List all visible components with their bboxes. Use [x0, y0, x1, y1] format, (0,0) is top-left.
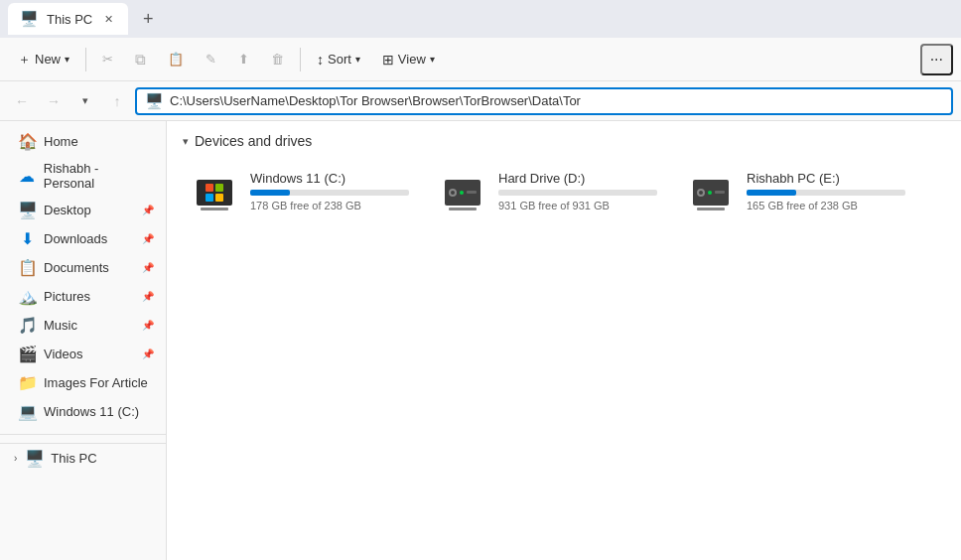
- sidebar: 🏠 Home ☁ Rishabh - Personal 🖥️ Desktop 📌…: [0, 121, 167, 560]
- new-tab-button[interactable]: +: [134, 5, 162, 33]
- nav-bar: ← → ▾ ↑ 🖥️ C:\Users\UserName\Desktop\Tor…: [0, 81, 961, 121]
- cut-button[interactable]: ✂: [92, 47, 123, 71]
- drive-icon-1: [439, 171, 486, 218]
- drive-icon-0: [191, 171, 238, 218]
- delete-icon: 🗑: [271, 52, 284, 67]
- address-bar[interactable]: 🖥️ C:\Users\UserName\Desktop\Tor Browser…: [135, 87, 953, 115]
- up-button[interactable]: ↑: [103, 87, 131, 115]
- drive-bar-bg-2: [747, 190, 905, 196]
- title-bar: 🖥️ This PC ✕ +: [0, 0, 961, 38]
- drive-card-0[interactable]: Windows 11 (C:) 178 GB free of 238 GB: [183, 163, 411, 226]
- sidebar-videos-label: Videos: [44, 347, 83, 361]
- drive-card-1[interactable]: Hard Drive (D:) 931 GB free of 931 GB: [431, 163, 659, 226]
- pictures-icon: 🏔️: [18, 287, 36, 306]
- new-icon: ＋: [18, 51, 31, 69]
- content-area: ▾ Devices and drives Windows 11 (C:): [167, 121, 961, 560]
- desktop-icon: 🖥️: [18, 201, 36, 219]
- sidebar-downloads-label: Downloads: [44, 231, 107, 246]
- onedrive-icon: ☁: [18, 167, 36, 186]
- sort-icon: ↕: [317, 52, 324, 68]
- videos-icon: 🎬: [18, 345, 36, 363]
- tab-this-pc[interactable]: 🖥️ This PC ✕: [8, 3, 128, 35]
- dropdown-button[interactable]: ▾: [71, 87, 99, 115]
- sidebar-this-pc-label: This PC: [51, 451, 96, 466]
- downloads-icon: ⬇: [18, 229, 36, 248]
- sort-button[interactable]: ↕ Sort ▾: [307, 47, 370, 72]
- drive-name-2: Rishabh PC (E:): [747, 171, 905, 186]
- drive-icon-2: [687, 171, 735, 218]
- images-folder-icon: 📁: [18, 373, 36, 392]
- sidebar-item-downloads[interactable]: ⬇ Downloads 📌: [4, 224, 162, 253]
- delete-button[interactable]: 🗑: [261, 47, 294, 71]
- pin-icon-videos: 📌: [142, 349, 154, 359]
- new-chevron-icon: ▾: [65, 54, 69, 65]
- drive-bar-bg-1: [498, 190, 657, 196]
- sort-chevron-icon: ▾: [355, 54, 360, 65]
- forward-button[interactable]: →: [40, 87, 68, 115]
- toolbar-sep-2: [300, 48, 301, 71]
- sidebar-item-this-pc[interactable]: › 🖥️ This PC: [0, 443, 166, 473]
- windows-drive-icon: 💻: [18, 402, 36, 421]
- drive-bar-bg-0: [250, 190, 409, 196]
- sidebar-documents-label: Documents: [44, 260, 109, 275]
- pin-icon-music: 📌: [142, 320, 154, 331]
- toolbar: ＋ New ▾ ✂ ⧉ 📋 ✎ ⬆ 🗑 ↕ Sort ▾ ⊞ View ▾ ··…: [0, 38, 961, 81]
- section-chevron-icon: ▾: [183, 135, 189, 148]
- drive-name-1: Hard Drive (D:): [498, 171, 657, 186]
- documents-icon: 📋: [18, 258, 36, 277]
- drive-free-0: 178 GB free of 238 GB: [250, 200, 409, 211]
- view-button[interactable]: ⊞ View ▾: [372, 47, 445, 72]
- sidebar-desktop-label: Desktop: [44, 203, 91, 217]
- drive-bar-fill-0: [250, 190, 290, 196]
- pin-icon: 📌: [142, 205, 154, 215]
- drive-info-2: Rishabh PC (E:) 165 GB free of 238 GB: [747, 171, 905, 211]
- sidebar-item-pictures[interactable]: 🏔️ Pictures 📌: [4, 282, 162, 311]
- address-text: C:\Users\UserName\Desktop\Tor Browser\Br…: [170, 93, 581, 108]
- drive-info-1: Hard Drive (D:) 931 GB free of 931 GB: [498, 171, 657, 211]
- home-icon: 🏠: [18, 132, 36, 151]
- more-button[interactable]: ···: [920, 44, 953, 75]
- cut-icon: ✂: [102, 52, 113, 67]
- sidebar-home-label: Home: [44, 134, 78, 149]
- new-button[interactable]: ＋ New ▾: [8, 46, 79, 73]
- sidebar-item-windows11c[interactable]: 💻 Windows 11 (C:): [4, 397, 162, 426]
- sidebar-music-label: Music: [44, 318, 77, 333]
- drives-grid: Windows 11 (C:) 178 GB free of 238 GB Ha…: [183, 163, 945, 226]
- back-button[interactable]: ←: [8, 87, 36, 115]
- tab-title: This PC: [47, 12, 92, 27]
- view-chevron-icon: ▾: [430, 54, 435, 65]
- sidebar-item-music[interactable]: 🎵 Music 📌: [4, 311, 162, 340]
- devices-drives-header: ▾ Devices and drives: [183, 133, 945, 149]
- toolbar-sep-1: [85, 48, 86, 71]
- tab-close-button[interactable]: ✕: [100, 11, 116, 27]
- share-icon: ⬆: [238, 52, 249, 67]
- drive-free-2: 165 GB free of 238 GB: [747, 200, 905, 211]
- copy-button[interactable]: ⧉: [125, 46, 156, 73]
- sidebar-windows-label: Windows 11 (C:): [44, 404, 139, 419]
- pin-icon-pictures: 📌: [142, 291, 154, 302]
- sidebar-item-desktop[interactable]: 🖥️ Desktop 📌: [4, 196, 162, 224]
- sidebar-images-label: Images For Article: [44, 375, 148, 390]
- main-layout: 🏠 Home ☁ Rishabh - Personal 🖥️ Desktop 📌…: [0, 121, 961, 560]
- music-icon: 🎵: [18, 316, 36, 335]
- paste-button[interactable]: 📋: [158, 47, 194, 71]
- sidebar-item-documents[interactable]: 📋 Documents 📌: [4, 253, 162, 282]
- sidebar-item-home[interactable]: 🏠 Home: [4, 127, 162, 156]
- new-label: New: [35, 52, 61, 67]
- this-pc-icon: 🖥️: [25, 449, 43, 468]
- tab-icon: 🖥️: [20, 10, 39, 28]
- section-title: Devices and drives: [195, 133, 312, 149]
- drive-free-1: 931 GB free of 931 GB: [498, 200, 657, 211]
- rename-icon: ✎: [206, 52, 216, 67]
- rename-button[interactable]: ✎: [196, 47, 226, 71]
- sidebar-item-onedrive[interactable]: ☁ Rishabh - Personal: [4, 156, 162, 196]
- drive-card-2[interactable]: Rishabh PC (E:) 165 GB free of 238 GB: [679, 163, 907, 226]
- sidebar-item-images-for-article[interactable]: 📁 Images For Article: [4, 368, 162, 397]
- this-pc-expand-icon: ›: [14, 453, 17, 464]
- sort-label: Sort: [328, 52, 351, 67]
- share-button[interactable]: ⬆: [228, 47, 259, 71]
- drive-name-0: Windows 11 (C:): [250, 171, 409, 186]
- view-icon: ⊞: [382, 52, 394, 68]
- sidebar-item-videos[interactable]: 🎬 Videos 📌: [4, 340, 162, 368]
- sidebar-onedrive-label: Rishabh - Personal: [44, 161, 152, 191]
